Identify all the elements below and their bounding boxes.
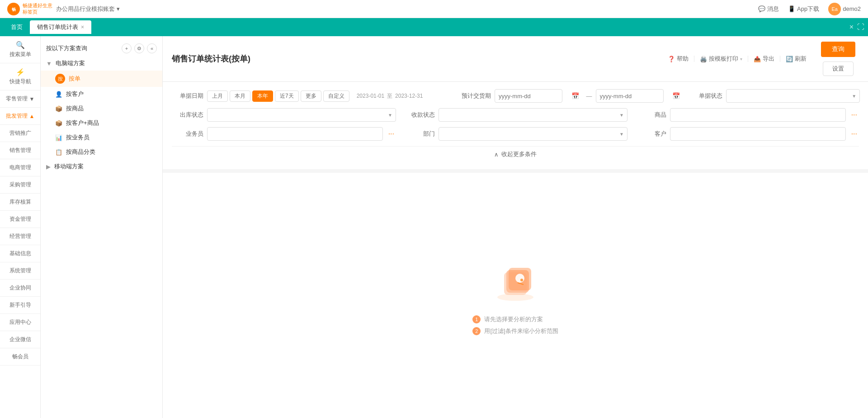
- date-btn-this-month[interactable]: 本月: [230, 90, 250, 102]
- divider2: [748, 56, 748, 62]
- sidebar-item-finance[interactable]: 资金管理: [0, 211, 40, 228]
- help-btn[interactable]: ❓ 帮助: [668, 55, 689, 63]
- sidebar-item-sales[interactable]: 销售管理: [0, 142, 40, 159]
- page-actions: ❓ 帮助 🖨️ 按模板打印 ▾ 📤 导出 🔄 刷新: [668, 42, 859, 81]
- app-title[interactable]: 办公用品行业模拟账套 ▾: [56, 5, 120, 13]
- chevron-right-icon: ▶: [46, 163, 51, 170]
- delivery-date-to-input[interactable]: [596, 89, 664, 103]
- sidebar-item-ecommerce[interactable]: 电商管理: [0, 159, 40, 176]
- delivery-status-wrapper: [207, 108, 396, 122]
- window-close-icon[interactable]: ×: [849, 23, 854, 31]
- sidebar-item-basic[interactable]: 基础信息: [0, 245, 40, 262]
- date-btn-custom[interactable]: 自定义: [323, 90, 349, 102]
- tree-item-by-goods-category[interactable]: 📋 按商品分类: [41, 145, 162, 159]
- collapse-btn[interactable]: ∧ 收起更多条件: [172, 146, 859, 162]
- sidebar-item-marketing[interactable]: 营销推广: [0, 125, 40, 142]
- sidebar-item-search-menu[interactable]: 🔍 搜索菜单: [0, 36, 40, 63]
- filter-row-2: 出库状态 收款状态 商品 ···: [172, 108, 859, 122]
- collapse-panel-btn[interactable]: «: [147, 43, 157, 53]
- add-scheme-btn[interactable]: +: [122, 43, 132, 53]
- tree-section-pc[interactable]: ▼ 电脑端方案: [41, 56, 162, 71]
- message-btn[interactable]: 💬 消息: [758, 5, 779, 13]
- salesperson-more-btn[interactable]: ···: [387, 130, 396, 138]
- customer-more-btn[interactable]: ···: [849, 130, 859, 138]
- salesperson-label: 业务员: [172, 130, 203, 138]
- delivery-date-to-wrapper: 📅: [596, 89, 684, 103]
- left-panel-actions: + ⚙ «: [122, 43, 157, 53]
- query-set-col: 查询 设置: [817, 42, 859, 76]
- hint-item-2: 2 用[过滤]条件来缩小分析范围: [472, 327, 558, 335]
- delivery-date-from-input[interactable]: [495, 89, 562, 103]
- delivery-status-select[interactable]: [207, 108, 396, 122]
- payment-status-select[interactable]: [439, 108, 627, 122]
- sidebar-item-corp-wechat[interactable]: 企业微信: [0, 331, 40, 348]
- sidebar-item-quick-nav[interactable]: ⚡ 快捷导航: [0, 63, 40, 90]
- sidebar-item-corp[interactable]: 企业协同: [0, 280, 40, 297]
- refresh-btn[interactable]: 🔄 刷新: [786, 55, 807, 63]
- divider1: [694, 56, 694, 62]
- retail-arrow-icon: ▼: [29, 96, 35, 102]
- customer-input[interactable]: [670, 127, 846, 141]
- title-arrow-icon: ▾: [117, 5, 120, 12]
- sidebar-item-newbie[interactable]: 新手引导: [0, 297, 40, 314]
- export-btn[interactable]: 📤 导出: [754, 55, 774, 63]
- wholesale-arrow-icon: ▲: [29, 113, 35, 119]
- hint-num-1: 1: [472, 315, 481, 323]
- goods-input[interactable]: [670, 108, 846, 122]
- dept-select[interactable]: [439, 127, 627, 141]
- sidebar-item-inventory[interactable]: 库存核算: [0, 194, 40, 211]
- help-icon: ❓: [668, 56, 675, 62]
- tree-item-by-customer-goods[interactable]: 📦 按客户+商品: [41, 116, 162, 130]
- tree-section-mobile[interactable]: ▶ 移动端方案: [41, 159, 162, 174]
- svg-text:畅: 畅: [12, 7, 16, 12]
- download-icon: 📱: [788, 5, 795, 12]
- sidebar-item-app-center[interactable]: 应用中心: [0, 314, 40, 331]
- print-arrow-icon: ▾: [740, 57, 742, 62]
- sidebar-item-wholesale[interactable]: 批发管理 ▲: [0, 108, 40, 125]
- tab-sales-order[interactable]: 销售订单统计表 ×: [30, 20, 91, 34]
- top-bar: 畅 畅捷通好生意 标签页 办公用品行业模拟账套 ▾ 💬 消息 📱 App下载 E…: [0, 0, 868, 18]
- sidebar-item-retail[interactable]: 零售管理 ▼: [0, 90, 40, 108]
- tab-bar-actions: × ⛶: [849, 23, 864, 31]
- filter-customer-col: 客户 ···: [635, 127, 859, 141]
- filter-row-3: 业务员 ··· 部门 客户 ···: [172, 127, 859, 141]
- date-label: 单据日期: [172, 92, 203, 100]
- user-profile[interactable]: Ea demo2: [828, 3, 861, 15]
- print-btn[interactable]: 🖨️ 按模板打印 ▾: [700, 55, 742, 63]
- tab-bar: 首页 销售订单统计表 × × ⛶: [0, 18, 868, 36]
- goods-more-btn[interactable]: ···: [849, 111, 859, 119]
- print-icon: 🖨️: [700, 56, 707, 62]
- tab-close-icon[interactable]: ×: [81, 24, 84, 30]
- sidebar-item-business[interactable]: 经营管理: [0, 228, 40, 245]
- filter-payment-status-col: 收款状态: [403, 108, 627, 122]
- date-btn-last-month[interactable]: 上月: [207, 90, 228, 102]
- svg-point-6: [515, 274, 524, 283]
- customer-goods-icon: 📦: [55, 120, 62, 127]
- dept-select-wrapper: [439, 127, 627, 141]
- filter-date-col: 单据日期 上月 本月 本年 近7天 更多 自定义 2023-01-01 至 20…: [172, 90, 452, 102]
- calendar-to-icon: 📅: [672, 92, 680, 100]
- date-btn-this-year[interactable]: 本年: [252, 90, 273, 102]
- filter-delivery-status-col: 出库状态: [172, 108, 396, 122]
- status-select[interactable]: [726, 89, 860, 103]
- left-panel-header: 按以下方案查询 + ⚙ «: [41, 41, 162, 56]
- payment-status-wrapper: [439, 108, 627, 122]
- tree-item-by-order[interactable]: 按 按单: [41, 71, 162, 87]
- date-btn-7days[interactable]: 近7天: [275, 90, 299, 102]
- settings-btn[interactable]: 设置: [823, 62, 854, 76]
- tree-item-by-customer[interactable]: 👤 按客户: [41, 87, 162, 101]
- query-btn[interactable]: 查询: [821, 42, 855, 57]
- settings-scheme-btn[interactable]: ⚙: [134, 43, 144, 53]
- app-download-btn[interactable]: 📱 App下载: [788, 5, 819, 13]
- tree-item-by-salesperson[interactable]: 📊 按业务员: [41, 130, 162, 145]
- tab-home[interactable]: 首页: [4, 20, 30, 34]
- sidebar-item-purchase[interactable]: 采购管理: [0, 176, 40, 194]
- top-bar-left: 畅 畅捷通好生意 标签页 办公用品行业模拟账套 ▾: [7, 3, 120, 15]
- window-expand-icon[interactable]: ⛶: [857, 23, 864, 31]
- chevron-down-icon: ▼: [46, 60, 52, 67]
- date-btn-more[interactable]: 更多: [301, 90, 321, 102]
- salesperson-input[interactable]: [207, 127, 383, 141]
- sidebar-item-system[interactable]: 系统管理: [0, 262, 40, 280]
- tree-item-by-goods[interactable]: 📦 按商品: [41, 101, 162, 116]
- sidebar-item-member[interactable]: 畅会员: [0, 348, 40, 366]
